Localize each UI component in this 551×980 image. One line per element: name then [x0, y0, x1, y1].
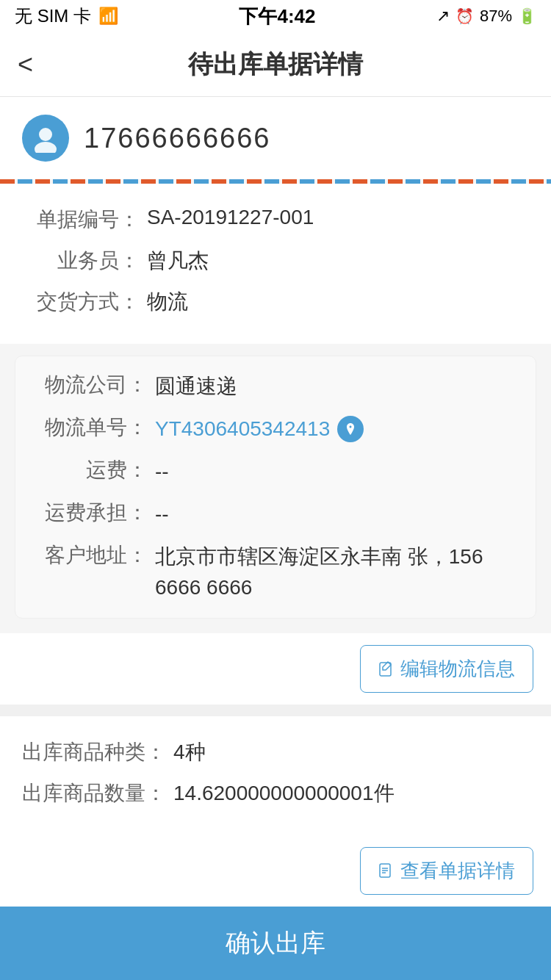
freight-bearer-value: -- [155, 499, 521, 530]
freight-bearer-row: 运费承担： -- [30, 499, 521, 530]
battery-text: 87% [480, 7, 512, 26]
address-row: 客户地址： 北京市市辖区海淀区永丰南 张，156 6666 6666 [30, 541, 521, 603]
customer-phone: 17666666666 [84, 123, 270, 154]
order-info-section: 单据编号： SA-20191227-001 业务员： 曾凡杰 交货方式： 物流 [0, 184, 551, 344]
edit-logistics-label: 编辑物流信息 [400, 656, 515, 682]
logistics-company-label: 物流公司： [30, 371, 148, 399]
order-no-row: 单据编号： SA-20191227-001 [22, 206, 529, 234]
logistics-company-value: 圆通速递 [155, 371, 521, 402]
view-detail-row: 查看单据详情 [0, 835, 551, 907]
product-quantity-value: 14.620000000000001件 [173, 779, 529, 807]
address-label: 客户地址： [30, 541, 148, 569]
tracking-no-label: 物流单号： [30, 414, 148, 442]
back-button[interactable]: < [18, 49, 33, 80]
avatar [22, 115, 69, 162]
delivery-value: 物流 [147, 288, 529, 316]
status-time: 下午4:42 [239, 4, 315, 29]
tracking-row: YT4306405342413 [148, 414, 364, 444]
product-section: 出库商品种类： 4种 出库商品数量： 14.620000000000001件 [0, 716, 551, 835]
section-divider [0, 705, 551, 716]
logistics-company-row: 物流公司： 圆通速递 [30, 371, 521, 402]
status-right: ↗ ⏰ 87% 🔋 [436, 7, 536, 26]
tracking-no-value: YT4306405342413 [155, 414, 330, 444]
confirm-button-label: 确认出库 [226, 926, 325, 960]
carrier-text: 无 SIM 卡 [15, 4, 91, 28]
tracking-no-row: 物流单号： YT4306405342413 [30, 414, 521, 444]
order-no-label: 单据编号： [22, 206, 140, 234]
svg-point-0 [39, 128, 52, 141]
product-types-label: 出库商品种类： [22, 738, 166, 766]
nav-bar: < 待出库单据详情 [0, 32, 551, 97]
customer-header: 17666666666 [0, 97, 551, 179]
svg-point-1 [35, 142, 57, 153]
confirm-bar[interactable]: 确认出库 [0, 907, 551, 980]
edit-button-row: 编辑物流信息 [0, 633, 551, 705]
salesman-row: 业务员： 曾凡杰 [22, 247, 529, 275]
delivery-row: 交货方式： 物流 [22, 288, 529, 316]
product-quantity-row: 出库商品数量： 14.620000000000001件 [22, 779, 529, 807]
freight-value: -- [155, 456, 521, 487]
map-location-icon[interactable] [337, 416, 364, 442]
edit-logistics-button[interactable]: 编辑物流信息 [360, 645, 533, 693]
battery-icon: 🔋 [518, 7, 536, 25]
product-types-value: 4种 [173, 738, 529, 766]
address-value: 北京市市辖区海淀区永丰南 张，156 6666 6666 [155, 541, 521, 603]
logistics-card: 物流公司： 圆通速递 物流单号： YT4306405342413 运费： -- … [15, 356, 536, 619]
freight-bearer-label: 运费承担： [30, 499, 148, 527]
alarm-icon: ⏰ [455, 7, 474, 25]
status-bar: 无 SIM 卡 📶 下午4:42 ↗ ⏰ 87% 🔋 [0, 0, 551, 32]
document-icon [378, 863, 395, 879]
freight-row: 运费： -- [30, 456, 521, 487]
edit-icon [378, 661, 395, 677]
salesman-label: 业务员： [22, 247, 140, 275]
freight-label: 运费： [30, 456, 148, 484]
status-left: 无 SIM 卡 📶 [15, 4, 118, 28]
view-detail-button[interactable]: 查看单据详情 [360, 847, 533, 895]
product-quantity-label: 出库商品数量： [22, 779, 166, 807]
wifi-icon: 📶 [98, 7, 118, 26]
view-detail-label: 查看单据详情 [400, 858, 515, 884]
location-status-icon: ↗ [436, 7, 450, 26]
delivery-label: 交货方式： [22, 288, 140, 316]
order-no-value: SA-20191227-001 [147, 206, 529, 229]
salesman-value: 曾凡杰 [147, 247, 529, 275]
product-types-row: 出库商品种类： 4种 [22, 738, 529, 766]
page-title: 待出库单据详情 [188, 48, 363, 82]
